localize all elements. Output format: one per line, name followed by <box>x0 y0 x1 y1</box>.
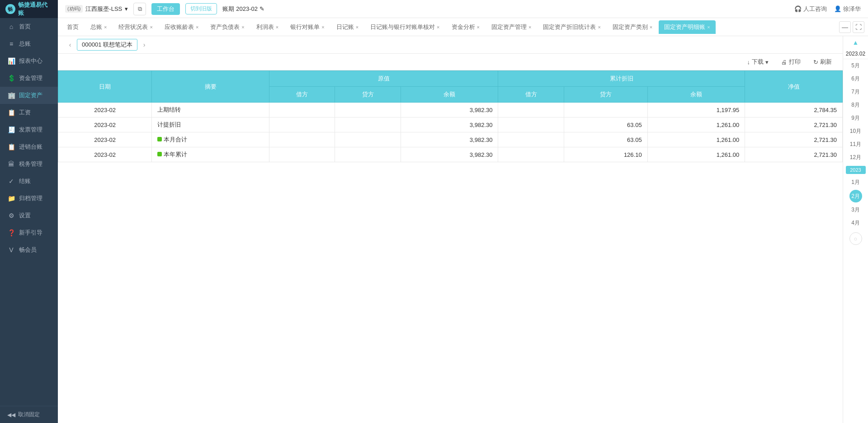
tab-close-icon[interactable]: × <box>321 24 324 30</box>
tab-capital-analysis[interactable]: 资金分析 × <box>446 20 485 34</box>
sidebar-item-invoice[interactable]: 🧾 发票管理 <box>0 121 58 138</box>
period-display: 账期 2023-02 ✎ <box>222 5 264 13</box>
tab-maximize-button[interactable]: ⛶ <box>853 21 864 33</box>
tab-close-icon[interactable]: × <box>150 24 152 30</box>
cell-net-value: 2,721.30 <box>745 118 843 132</box>
tab-close-icon[interactable]: × <box>241 24 244 30</box>
company-name: 江西服垄-LSS <box>85 5 122 13</box>
tab-ledger[interactable]: 总账 × <box>85 20 112 34</box>
print-icon: 🖨 <box>781 59 787 66</box>
month-6[interactable]: 6月 <box>843 72 868 85</box>
sidebar-item-reports[interactable]: 📊 报表中心 <box>0 52 58 70</box>
tab-journal[interactable]: 日记账 × <box>331 20 364 34</box>
tab-close-icon[interactable]: × <box>707 24 710 30</box>
sidebar-item-capital[interactable]: 💲 资金管理 <box>0 70 58 87</box>
col-net-value: 净值 <box>745 71 843 103</box>
cell-orig-debit <box>269 118 335 132</box>
scroll-up-button[interactable]: ▲ <box>843 36 868 49</box>
sidebar-item-home[interactable]: ⌂ 首页 <box>0 18 58 35</box>
tab-minimize-button[interactable]: — <box>839 21 851 33</box>
tab-fixed-assets-detail[interactable]: 固定资产明细账 × <box>659 20 715 34</box>
month-4[interactable]: 4月 <box>843 216 868 230</box>
tab-close-icon[interactable]: × <box>598 24 600 30</box>
tab-assets-liabilities[interactable]: 资产负债表 × <box>205 20 250 34</box>
app-name: 畅捷通易代账 <box>18 1 52 17</box>
pin-left-icon: ◀◀ <box>7 412 15 418</box>
expand-button[interactable]: ○ <box>849 232 862 245</box>
sidebar-item-label: 设置 <box>19 212 31 220</box>
month-3[interactable]: 3月 <box>843 203 868 216</box>
sidebar-item-fixed-assets[interactable]: 🏢 固定资产 <box>0 87 58 104</box>
current-asset-item[interactable]: 000001 联想笔记本 <box>77 39 137 51</box>
settings-icon: ⚙ <box>7 212 15 219</box>
cell-accum-debit <box>498 118 564 132</box>
month-1[interactable]: 1月 <box>843 176 868 189</box>
cell-summary: 本月合计 <box>152 132 269 147</box>
tab-close-icon[interactable]: × <box>356 24 359 30</box>
tab-operations[interactable]: 经营状况表 × <box>113 20 158 34</box>
pin-sidebar-button[interactable]: ◀◀ 取消固定 <box>0 406 58 423</box>
sidebar-item-salary[interactable]: 📋 工资 <box>0 104 58 121</box>
tab-close-icon[interactable]: × <box>196 24 198 30</box>
cell-orig-credit <box>335 103 401 118</box>
cell-accum-credit: 126.10 <box>564 147 647 162</box>
tab-receivable[interactable]: 应收账龄表 × <box>159 20 204 34</box>
tab-label: 固定资产折旧统计表 <box>543 23 596 31</box>
back-button[interactable]: ‹ <box>65 40 75 50</box>
human-service-button[interactable]: 🎧 人工咨询 <box>794 5 827 13</box>
tab-close-icon[interactable]: × <box>528 24 531 30</box>
month-2-active[interactable]: 2月 <box>849 190 862 202</box>
sales-ledger-icon: 📋 <box>7 143 15 150</box>
period-edit-icon[interactable]: ✎ <box>259 5 264 12</box>
sidebar-item-checkout[interactable]: ✓ 结账 <box>0 173 58 190</box>
sidebar-item-sales-ledger[interactable]: 📋 进销台账 <box>0 138 58 155</box>
tab-home[interactable]: 首页 <box>61 20 84 34</box>
cell-accum-balance: 1,197.95 <box>647 103 745 118</box>
cell-orig-credit <box>335 118 401 132</box>
tab-fixed-assets-category[interactable]: 固定资产类别 × <box>607 20 658 34</box>
download-icon: ↓ <box>747 59 750 66</box>
forward-button[interactable]: › <box>139 40 149 50</box>
month-11[interactable]: 11月 <box>843 138 868 151</box>
month-list-2023: 1月 2月 3月 4月 <box>843 176 868 230</box>
tab-close-icon[interactable]: × <box>437 24 439 30</box>
tab-fixed-assets-depreciation[interactable]: 固定资产折旧统计表 × <box>538 20 606 34</box>
cell-net-value: 2,721.30 <box>745 147 843 162</box>
month-10[interactable]: 10月 <box>843 125 868 138</box>
download-button[interactable]: ↓ 下载 ▾ <box>744 56 773 67</box>
sub-navigation: ‹ 000001 联想笔记本 › <box>58 36 843 54</box>
print-button[interactable]: 🖨 打印 <box>778 56 804 67</box>
tab-close-icon[interactable]: × <box>650 24 652 30</box>
reports-icon: 📊 <box>7 57 15 65</box>
sidebar-item-tax[interactable]: 🏛 税务管理 <box>0 155 58 173</box>
month-7[interactable]: 7月 <box>843 85 868 99</box>
sidebar-item-settings[interactable]: ⚙ 设置 <box>0 207 58 224</box>
sidebar-item-archive[interactable]: 📁 归档管理 <box>0 190 58 207</box>
sidebar-item-ledger[interactable]: ≡ 总账 <box>0 35 58 52</box>
tab-label: 银行对账单 <box>290 23 320 31</box>
tab-fixed-assets-mgmt[interactable]: 固定资产管理 × <box>486 20 537 34</box>
refresh-button[interactable]: ↻ 刷新 <box>810 56 835 67</box>
page-layout: ‹ 000001 联想笔记本 › ↓ 下载 ▾ 🖨 打印 <box>58 36 843 423</box>
tab-journal-bank-check[interactable]: 日记账与银行对账单核对 × <box>365 20 445 34</box>
workbench-button[interactable]: 工作台 <box>151 3 180 15</box>
copy-button[interactable]: ⧉ <box>133 3 146 15</box>
month-5[interactable]: 5月 <box>843 59 868 72</box>
sidebar-item-member[interactable]: V 畅会员 <box>0 241 58 258</box>
month-9[interactable]: 9月 <box>843 112 868 125</box>
cell-date: 2023-02 <box>58 132 152 147</box>
cell-date: 2023-02 <box>58 103 152 118</box>
company-selector[interactable]: (劝码) 江西服垄-LSS ▾ <box>65 5 128 13</box>
tab-close-icon[interactable]: × <box>477 24 480 30</box>
tab-close-icon[interactable]: × <box>104 24 107 30</box>
month-8[interactable]: 8月 <box>843 99 868 112</box>
tab-bank-statement[interactable]: 银行对账单 × <box>285 20 330 34</box>
tab-close-icon[interactable]: × <box>276 24 278 30</box>
month-12[interactable]: 12月 <box>843 151 868 164</box>
cell-accum-debit <box>498 132 564 147</box>
user-info[interactable]: 👤 徐泽华 <box>834 5 861 13</box>
sidebar-item-guide[interactable]: ❓ 新手引导 <box>0 224 58 241</box>
dropdown-icon: ▾ <box>765 59 769 66</box>
switch-version-button[interactable]: 切到旧版 <box>185 3 217 14</box>
tab-profit[interactable]: 利润表 × <box>251 20 284 34</box>
